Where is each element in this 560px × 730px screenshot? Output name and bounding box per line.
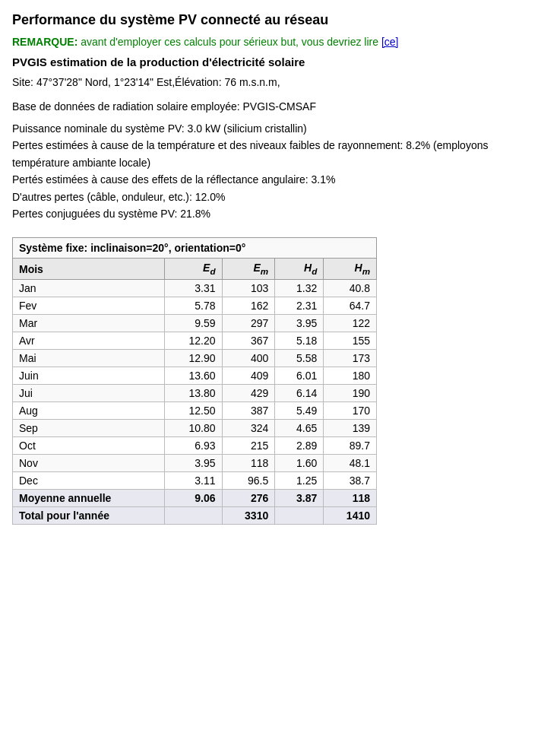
cell-hm: 48.1 [324,455,377,472]
table-row: Sep 10.80 324 4.65 139 [13,420,377,437]
table-row: Oct 6.93 215 2.89 89.7 [13,437,377,455]
cell-hd: 3.95 [275,315,324,332]
cell-hd: 1.60 [275,455,324,472]
cell-em: 324 [222,420,275,437]
cell-month: Fev [13,297,165,315]
cell-hm: 38.7 [324,472,377,490]
cell-month: Nov [13,455,165,472]
param-1: Puissance nominale du système PV: 3.0 kW… [12,120,548,137]
cell-em: 103 [222,280,275,297]
table-row: Fev 5.78 162 2.31 64.7 [13,297,377,315]
cell-hm: 89.7 [324,437,377,455]
total-hd [275,507,324,525]
remark-link[interactable]: [ce] [381,36,399,48]
cell-month: Oct [13,437,165,455]
table-body: Jan 3.31 103 1.32 40.8 Fev 5.78 162 2.31… [13,280,377,490]
table-row: Jui 13.80 429 6.14 190 [13,385,377,402]
avg-hd: 3.87 [275,490,324,507]
cell-em: 297 [222,315,275,332]
cell-ed: 3.31 [165,280,222,297]
col-hd: Hd [275,259,324,280]
cell-hd: 6.14 [275,385,324,402]
cell-hm: 139 [324,420,377,437]
site-info: Site: 47°37'28" Nord, 1°23'14" Est,Éléva… [12,76,548,88]
col-ed: Ed [165,259,222,280]
table-row: Aug 12.50 387 5.49 170 [13,402,377,420]
cell-hd: 5.58 [275,350,324,367]
page-title: Performance du système PV connecté au ré… [12,12,548,28]
table-system-title: Système fixe: inclinaison=20°, orientati… [13,238,377,259]
cell-month: Mar [13,315,165,332]
table-row: Mai 12.90 400 5.58 173 [13,350,377,367]
cell-month: Juin [13,367,165,385]
total-hm: 1410 [324,507,377,525]
param-4: D'autres pertes (câble, onduleur, etc.):… [12,189,548,205]
cell-ed: 10.80 [165,420,222,437]
cell-hd: 1.25 [275,472,324,490]
cell-em: 409 [222,367,275,385]
cell-hd: 5.18 [275,332,324,350]
cell-month: Aug [13,402,165,420]
table-row: Juin 13.60 409 6.01 180 [13,367,377,385]
cell-hd: 2.89 [275,437,324,455]
cell-hd: 2.31 [275,297,324,315]
param-2: Pertes estimées à cause de la températur… [12,137,548,171]
avg-ed: 9.06 [165,490,222,507]
pv-table: Système fixe: inclinaison=20°, orientati… [12,237,377,525]
cell-hm: 64.7 [324,297,377,315]
table-row: Jan 3.31 103 1.32 40.8 [13,280,377,297]
total-label: Total pour l'année [13,507,165,525]
remark-label: REMARQUE: [12,36,78,48]
cell-em: 162 [222,297,275,315]
cell-month: Jan [13,280,165,297]
section-title: PVGIS estimation de la production d'élec… [12,56,548,68]
cell-em: 96.5 [222,472,275,490]
table-foot: Moyenne annuelle 9.06 276 3.87 118 Total… [13,490,377,525]
col-hm: Hm [324,259,377,280]
table-row: Nov 3.95 118 1.60 48.1 [13,455,377,472]
cell-hm: 170 [324,402,377,420]
total-ed [165,507,222,525]
avg-label: Moyenne annuelle [13,490,165,507]
avg-row: Moyenne annuelle 9.06 276 3.87 118 [13,490,377,507]
remark-paragraph: REMARQUE: avant d'employer ces calculs p… [12,36,548,48]
table-row: Mar 9.59 297 3.95 122 [13,315,377,332]
avg-hm: 118 [324,490,377,507]
db-info: Base de données de radiation solaire emp… [12,100,548,113]
cell-hd: 1.32 [275,280,324,297]
cell-ed: 12.90 [165,350,222,367]
cell-month: Mai [13,350,165,367]
system-params: Puissance nominale du système PV: 3.0 kW… [12,120,548,222]
cell-month: Jui [13,385,165,402]
param-3: Pertés estimées à cause des effets de la… [12,171,548,188]
avg-em: 276 [222,490,275,507]
table-row: Avr 12.20 367 5.18 155 [13,332,377,350]
cell-ed: 13.80 [165,385,222,402]
cell-ed: 9.59 [165,315,222,332]
table-wrapper: Système fixe: inclinaison=20°, orientati… [12,237,548,525]
table-row: Dec 3.11 96.5 1.25 38.7 [13,472,377,490]
cell-month: Avr [13,332,165,350]
cell-hm: 173 [324,350,377,367]
cell-ed: 3.11 [165,472,222,490]
col-em: Em [222,259,275,280]
cell-hm: 155 [324,332,377,350]
cell-month: Dec [13,472,165,490]
cell-ed: 3.95 [165,455,222,472]
cell-hd: 6.01 [275,367,324,385]
cell-ed: 5.78 [165,297,222,315]
cell-em: 429 [222,385,275,402]
cell-hm: 180 [324,367,377,385]
cell-ed: 12.20 [165,332,222,350]
total-em: 3310 [222,507,275,525]
cell-ed: 6.93 [165,437,222,455]
remark-text: avant d'employer ces calculs pour sérieu… [81,36,381,48]
param-5: Pertes conjuguées du système PV: 21.8% [12,205,548,222]
cell-em: 215 [222,437,275,455]
cell-hm: 190 [324,385,377,402]
cell-hm: 122 [324,315,377,332]
cell-ed: 13.60 [165,367,222,385]
cell-hd: 4.65 [275,420,324,437]
cell-em: 367 [222,332,275,350]
cell-ed: 12.50 [165,402,222,420]
